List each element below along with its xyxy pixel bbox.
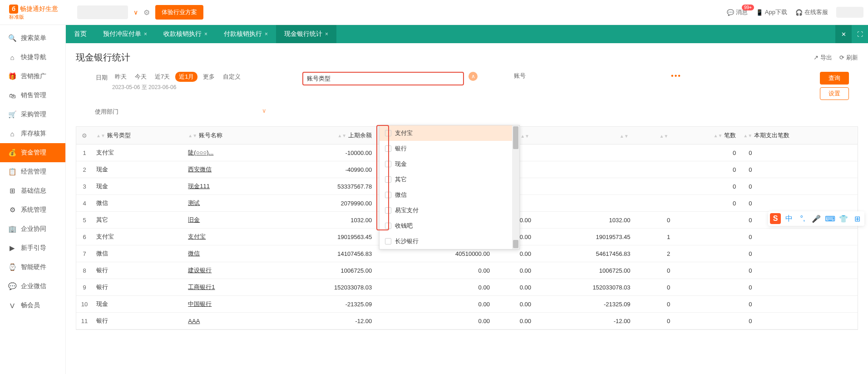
checkbox[interactable] [385,161,391,167]
ime-toolbox-icon[interactable]: ⊞ [852,213,863,224]
cell-name[interactable]: 支付宝 [184,229,276,245]
sidebar-item-10[interactable]: 🏢企业协同 [0,219,65,239]
export-button[interactable]: ↗ 导出 [814,54,832,62]
cell-name[interactable]: 建设银行 [184,262,276,279]
sort-icon[interactable]: ▲▼ [337,135,346,137]
dropdown-item-5[interactable]: 易宝支付 [380,203,519,218]
tab-4[interactable]: 现金银行统计× [276,25,336,43]
sort-icon[interactable]: ▲▼ [188,135,197,137]
ime-skin-icon[interactable]: 👕 [838,213,849,224]
dropdown-item-0[interactable]: 支付宝 [380,125,519,141]
sort-icon[interactable]: ▲▼ [620,135,629,137]
cell-name[interactable]: 现金111 [184,178,276,195]
date-pill-1[interactable]: 今天 [132,72,149,82]
th-3[interactable]: ▲▼上期余额 [276,127,376,145]
tab-1[interactable]: 预付冲应付单× [95,25,155,43]
cell-name[interactable]: 工商银行1 [184,279,276,296]
date-pill-5[interactable]: 自定义 [220,72,243,82]
th-8[interactable]: ▲▼笔数 [674,127,740,145]
sidebar-item-5[interactable]: ⌂库存核算 [0,124,65,143]
sidebar-item-3[interactable]: 🛍销售管理 [0,86,65,105]
ime-punct-icon[interactable]: °, [797,213,808,224]
trial-button[interactable]: 体验行业方案 [155,5,203,20]
sort-icon[interactable]: ▲▼ [659,135,668,137]
sort-icon[interactable]: ▲▼ [96,135,105,137]
tab-2[interactable]: 收款核销执行× [155,25,216,43]
sidebar-item-14[interactable]: V畅会员 [0,296,65,315]
th-1[interactable]: ▲▼账号类型 [93,127,184,145]
ime-keyboard-icon[interactable]: ⌨ [824,213,835,224]
cell-name[interactable]: 中国银行 [184,296,276,313]
tab-close-icon[interactable]: × [265,31,268,37]
collapse-icon[interactable]: ∧ [469,72,478,81]
settings-button[interactable]: 设置 [820,87,849,100]
sidebar-item-4[interactable]: 🛒采购管理 [0,105,65,124]
cell-name[interactable]: 陡(○○○)... [184,145,276,161]
th-9[interactable]: ▲▼本期支出笔数 [740,127,858,145]
cell-name[interactable]: AAA [184,313,276,329]
date-pill-4[interactable]: 更多 [200,72,217,82]
dropdown-item-4[interactable]: 微信 [380,187,519,203]
account-type-filter[interactable]: 账号类型 [302,72,464,85]
dept-select[interactable]: ∨ [123,105,268,116]
fullscreen-icon[interactable]: ⛶ [852,25,868,43]
cell-name[interactable]: 西安微信 [184,161,276,178]
app-download-button[interactable]: 📱 App下载 [756,8,787,16]
date-pill-0[interactable]: 昨天 [112,72,129,82]
sidebar-item-9[interactable]: ⚙系统管理 [0,200,65,219]
date-pill-3[interactable]: 近1月 [175,72,197,82]
sidebar-item-1[interactable]: ⌂快捷导航 [0,48,65,67]
close-all-tabs-icon[interactable]: ✕ [835,25,852,43]
more-filters-icon[interactable]: ••• [671,72,681,80]
sidebar-item-0[interactable]: 🔍搜索菜单 [0,29,65,48]
dropdown-item-6[interactable]: 收钱吧 [380,218,519,234]
th-6[interactable]: ▲▼ [535,127,634,145]
ime-lang[interactable]: 中 [784,213,794,224]
checkbox[interactable] [385,192,391,198]
sort-icon[interactable]: ▲▼ [520,135,529,137]
query-button[interactable]: 查询 [820,72,849,85]
checkbox[interactable] [385,238,391,244]
sidebar-item-7[interactable]: 📋经营管理 [0,162,65,181]
dropdown-item-7[interactable]: 长沙银行 [380,234,519,249]
tab-close-icon[interactable]: × [144,31,147,37]
sidebar-item-2[interactable]: 🎁营销推广 [0,67,65,86]
dropdown-item-2[interactable]: 现金 [380,156,519,172]
sidebar-item-11[interactable]: ▶新手引导 [0,239,65,258]
cell-name[interactable]: 旧金 [184,212,276,229]
sogou-logo-icon[interactable]: S [770,213,781,224]
checkbox[interactable] [385,207,391,214]
sort-icon[interactable]: ▲▼ [743,135,752,137]
cell-name[interactable]: 测试 [184,195,276,212]
sidebar-item-13[interactable]: 💬企业微信 [0,277,65,296]
company-dropdown-icon[interactable]: ∨ [133,9,138,16]
dropdown-item-3[interactable]: 其它 [380,172,519,187]
th-0[interactable]: ⚙ [76,127,93,145]
date-pill-2[interactable]: 近7天 [152,72,173,82]
account-type-input[interactable] [332,75,459,82]
checkbox[interactable] [385,130,391,136]
company-selector[interactable] [77,5,128,19]
th-7[interactable]: ▲▼ [634,127,674,145]
th-2[interactable]: ▲▼账号名称 [184,127,276,145]
sidebar-item-12[interactable]: ⌚智能硬件 [0,258,65,277]
checkbox[interactable] [385,176,391,183]
messages-button[interactable]: 💬 消息 99+ [727,8,748,16]
sidebar-item-8[interactable]: ⊞基础信息 [0,181,65,200]
dropdown-scrollbar[interactable] [512,125,519,249]
tab-close-icon[interactable]: × [204,31,207,37]
ime-mic-icon[interactable]: 🎤 [811,213,822,224]
tab-close-icon[interactable]: × [325,31,328,37]
sidebar-item-6[interactable]: 💰资金管理 [0,143,65,162]
tab-0[interactable]: 首页 [66,25,95,43]
settings-icon[interactable]: ⚙ [143,8,150,17]
cell-name[interactable]: 微信 [184,245,276,262]
tab-3[interactable]: 付款核销执行× [216,25,276,43]
checkbox[interactable] [385,145,391,152]
customer-service-button[interactable]: 🎧 在线客服 [795,8,828,16]
checkbox[interactable] [385,223,391,229]
sort-icon[interactable]: ▲▼ [713,135,722,137]
refresh-button[interactable]: ⟳ 刷新 [839,54,858,62]
user-avatar[interactable] [836,7,863,18]
dropdown-item-1[interactable]: 银行 [380,141,519,156]
